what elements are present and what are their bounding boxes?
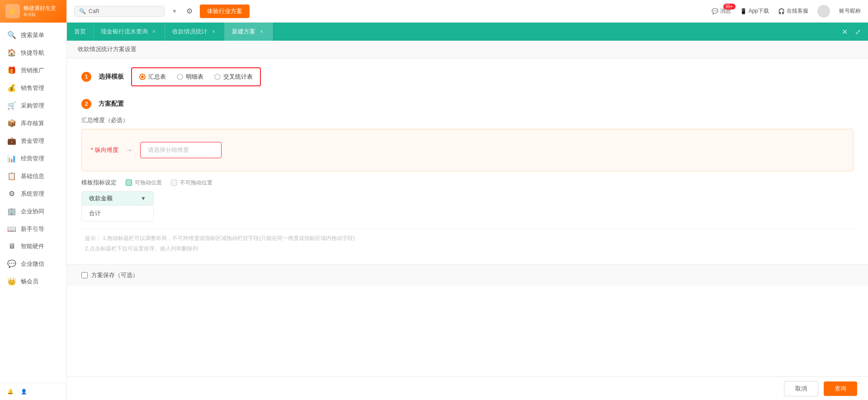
finance-icon: 💼 <box>7 136 16 145</box>
step1-badge: 1 <box>81 72 91 82</box>
radio-summary[interactable]: 汇总表 <box>139 73 166 81</box>
search-input[interactable] <box>89 8 156 14</box>
tab-bank-flow-label: 现金银行流水查询 <box>101 28 148 36</box>
radio-detail-circle <box>177 74 183 80</box>
user-avatar <box>817 5 830 18</box>
indicator-cell-total: 合计 <box>82 206 153 221</box>
radio-crosstab-circle <box>214 74 221 80</box>
radio-crosstab[interactable]: 交叉统计表 <box>214 73 253 81</box>
indicator-header-text: 收款金额 <box>89 194 113 202</box>
box-icon: 📦 <box>7 119 16 127</box>
movable-dot <box>126 179 132 186</box>
unmovable-label: 不可拖动位置 <box>180 179 212 187</box>
unmovable-dot <box>171 179 177 186</box>
wechat-icon: 💬 <box>7 259 16 268</box>
search-icon: 🔍 <box>79 8 86 14</box>
money-icon: 💰 <box>7 84 16 92</box>
sidebar-item-quick-nav[interactable]: 🏠 快捷导航 <box>0 44 66 61</box>
sidebar-item-inventory[interactable]: 📦 库存核算 <box>0 114 66 132</box>
trial-button[interactable]: 体验行业方案 <box>200 5 250 18</box>
tab-collection-stats[interactable]: 收款情况统计 × <box>165 23 225 41</box>
sidebar: ⚡ 畅捷通好生意 标准版 🔍 搜索菜单 🏠 快捷导航 🎁 营销推广 💰 销售管理… <box>0 0 67 400</box>
tab-home-label: 首页 <box>74 28 86 36</box>
sidebar-item-system[interactable]: ⚙ 系统管理 <box>0 185 66 202</box>
sidebar-item-label: 销售管理 <box>21 84 44 92</box>
service-icon: 🎧 <box>778 8 785 14</box>
sidebar-item-search-menu[interactable]: 🔍 搜索菜单 <box>0 26 66 44</box>
sidebar-item-sales[interactable]: 💰 销售管理 <box>0 79 66 97</box>
radio-detail-label: 明细表 <box>186 73 203 81</box>
book-icon: 📖 <box>7 225 16 233</box>
save-checkbox[interactable] <box>81 272 88 278</box>
hints-area: 提示： 1.拖动标题栏可以调整布局，不可跨维度或指标区域拖动栏目字段(只能在同一… <box>81 229 854 253</box>
sidebar-item-smart-hw[interactable]: 🖥 智能硬件 <box>0 238 66 255</box>
dropdown-chevron-icon[interactable]: ▼ <box>141 195 146 202</box>
tab-home[interactable]: 首页 <box>67 23 94 41</box>
sidebar-item-label: 企业协同 <box>21 207 44 216</box>
movable-tag: 可拖动位置 <box>126 179 162 187</box>
online-service-item[interactable]: 🎧 在线客服 <box>778 7 808 15</box>
step1-section: 1 选择模板 汇总表 明细表 交叉统计表 <box>67 58 868 99</box>
maximize-tab-icon[interactable]: ⤢ <box>853 26 863 38</box>
logo-icon: ⚡ <box>5 4 20 19</box>
logo-badge: 标准版 <box>24 12 56 18</box>
sidebar-item-label: 库存核算 <box>21 119 44 127</box>
sidebar-item-finance[interactable]: 💼 资金管理 <box>0 132 66 150</box>
crown-icon: 👑 <box>7 277 16 286</box>
sidebar-item-basic-info[interactable]: 📋 基础信息 <box>0 167 66 185</box>
logo-title: 畅捷通好生意 <box>24 5 56 12</box>
step1-label: 选择模板 <box>99 73 124 81</box>
page-header-title: 收款情况统计方案设置 <box>78 46 137 52</box>
hint-label: 提示： 1.拖动标题栏可以调整布局，不可跨维度或指标区域拖动栏目字段(只能在同一… <box>81 235 854 242</box>
sidebar-item-guide[interactable]: 📖 新手引导 <box>0 220 66 238</box>
app-icon: 📱 <box>740 8 747 14</box>
indicator-table: 收款金额 ▼ 合计 <box>81 191 154 221</box>
page-content: 收款情况统计方案设置 1 选择模板 汇总表 明细表 <box>67 41 868 376</box>
notification-item[interactable]: 💬 消息 99+ <box>712 7 731 15</box>
search-box[interactable]: 🔍 <box>74 6 165 17</box>
sidebar-item-marketing[interactable]: 🎁 营销推广 <box>0 61 66 79</box>
tab-new-plan-label: 新建方案 <box>232 28 255 36</box>
dimension-select-input[interactable]: 请选择分组维度 <box>140 142 222 158</box>
unmovable-tag: 不可拖动位置 <box>171 179 212 187</box>
sidebar-item-wechat[interactable]: 💬 企业微信 <box>0 255 66 273</box>
chevron-down-icon[interactable]: ▼ <box>172 8 177 14</box>
settings-gear-icon[interactable]: ⚙ <box>186 7 193 15</box>
app-download-item[interactable]: 📱 App下载 <box>740 7 769 15</box>
sidebar-item-enterprise[interactable]: 🏢 企业协同 <box>0 202 66 220</box>
tab-bank-flow[interactable]: 现金银行流水查询 × <box>94 23 165 41</box>
indicator-settings-header: 模板指标设定 可拖动位置 不可拖动位置 <box>81 179 854 187</box>
tab-new-plan[interactable]: 新建方案 × <box>225 23 273 41</box>
sidebar-item-label: 基础信息 <box>21 172 44 180</box>
close-tab-icon[interactable]: ✕ <box>840 26 849 38</box>
online-service-label: 在线客服 <box>787 7 808 15</box>
cancel-button[interactable]: 取消 <box>784 381 818 396</box>
sidebar-footer-item1[interactable]: 🔔 <box>7 389 14 395</box>
sidebar-item-label: 经营管理 <box>21 155 44 163</box>
sidebar-item-operations[interactable]: 📊 经营管理 <box>0 150 66 167</box>
sidebar-item-member[interactable]: 👑 畅会员 <box>0 273 66 290</box>
gear-icon: ⚙ <box>7 189 16 198</box>
sidebar-footer: 🔔 👤 <box>0 383 66 400</box>
tab-new-plan-close[interactable]: × <box>258 28 265 36</box>
sidebar-item-purchase[interactable]: 🛒 采购管理 <box>0 97 66 114</box>
movable-label: 可拖动位置 <box>135 179 162 187</box>
sidebar-nav: 🔍 搜索菜单 🏠 快捷导航 🎁 营销推广 💰 销售管理 🛒 采购管理 📦 库存核… <box>0 23 66 383</box>
tabbar-actions: ✕ ⤢ <box>835 23 868 41</box>
tab-collection-stats-label: 收款情况统计 <box>172 28 208 36</box>
sidebar-item-label: 搜索菜单 <box>21 31 44 39</box>
save-option-label: 方案保存（可选） <box>91 271 138 279</box>
sidebar-item-label: 营销推广 <box>21 66 44 75</box>
step2-row: 2 方案配置 <box>81 99 854 109</box>
arrow-icon: → <box>126 146 133 154</box>
tab-bank-flow-close[interactable]: × <box>151 28 157 36</box>
indicator-section: 模板指标设定 可拖动位置 不可拖动位置 收款金 <box>81 179 854 221</box>
radio-detail[interactable]: 明细表 <box>177 73 203 81</box>
cart-icon: 🛒 <box>7 101 16 110</box>
logo-text-group: 畅捷通好生意 标准版 <box>24 5 56 18</box>
query-button[interactable]: 查询 <box>824 381 857 396</box>
sidebar-footer-item2[interactable]: 👤 <box>21 389 27 395</box>
tab-collection-stats-close[interactable]: × <box>210 28 217 36</box>
radio-summary-label: 汇总表 <box>148 73 166 81</box>
indicator-table-header: 收款金额 ▼ <box>82 192 153 206</box>
